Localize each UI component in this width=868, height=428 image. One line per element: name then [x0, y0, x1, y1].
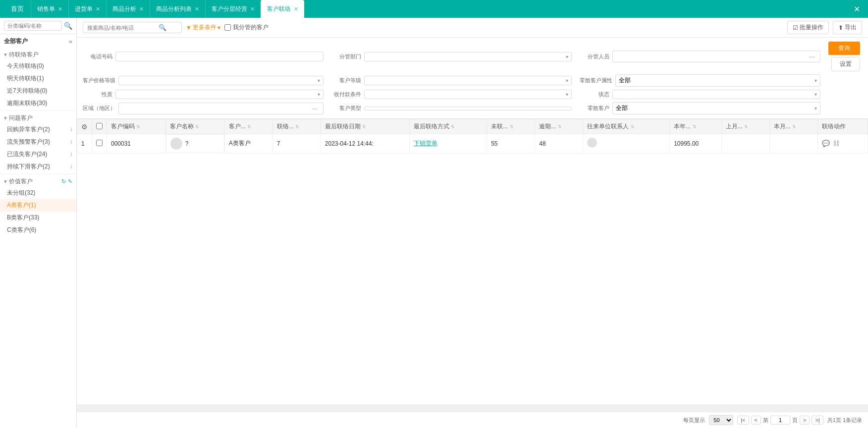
- query-button[interactable]: 查询: [828, 42, 860, 55]
- nav-home[interactable]: 首页: [4, 0, 31, 18]
- status-select[interactable]: ▾: [612, 90, 820, 99]
- prev-page-btn[interactable]: <: [751, 416, 761, 425]
- sort-icon-unit: ⇅: [631, 124, 635, 129]
- th-checkbox[interactable]: [92, 119, 107, 134]
- last-method-link[interactable]: 下销货单: [414, 140, 437, 147]
- retail-customer-filter: 零散客户 全部 ▾: [580, 102, 820, 114]
- th-this-month[interactable]: 本月... ⇅: [769, 119, 817, 134]
- sidebar-item-churn-warning[interactable]: 流失预警客户(3) ℹ: [0, 136, 76, 148]
- last-page-btn[interactable]: >|: [812, 416, 823, 425]
- value-group[interactable]: ▼ 价值客户 ↻ ✎: [0, 175, 76, 187]
- sidebar-item-7days[interactable]: 近7天待联络(0): [0, 85, 76, 97]
- close-tab-analysis[interactable]: ✕: [139, 6, 144, 12]
- dept-filter: 分管部门 ▾: [331, 52, 572, 61]
- nature-select[interactable]: ▾: [115, 90, 324, 99]
- person-ellipsis[interactable]: ···: [807, 53, 817, 60]
- th-name[interactable]: 客户名称 ⇅: [165, 119, 224, 134]
- value-group-refresh[interactable]: ↻: [61, 178, 66, 185]
- td-last-method[interactable]: 下销货单: [409, 134, 487, 154]
- phone-filter: 电话号码: [83, 52, 324, 61]
- table-row: 1 000031 ? A类客户 7 2023-04-12 14:44:: [77, 134, 868, 154]
- sidebar-item-churned[interactable]: 已流失客户(24) ℹ: [0, 148, 76, 160]
- th-last-method[interactable]: 最后联络方式 ⇅: [409, 119, 487, 134]
- retail-attr-select[interactable]: 全部 ▾: [615, 74, 820, 87]
- th-overdue[interactable]: 逾期... ⇅: [535, 119, 583, 134]
- nav-tab-analysis[interactable]: 商品分析 ✕: [106, 0, 150, 18]
- value-group-edit[interactable]: ✎: [68, 178, 72, 185]
- nav-tab-customer-segment[interactable]: 客户分层经营 ✕: [205, 0, 261, 18]
- th-this-year[interactable]: 本年... ⇅: [670, 119, 721, 134]
- row-checkbox[interactable]: [96, 140, 103, 146]
- th-gear[interactable]: ⚙: [77, 119, 92, 134]
- close-tab-customer-contact[interactable]: ✕: [294, 6, 298, 12]
- nav-tab-analysis-list[interactable]: 商品分析列表 ✕: [150, 0, 205, 18]
- sidebar-collapse-icon[interactable]: «: [69, 38, 72, 45]
- th-action: 联络动作: [817, 119, 868, 134]
- sidebar-item-c-class[interactable]: C类客户(6): [0, 224, 76, 236]
- link-icon[interactable]: ⛓: [833, 140, 839, 147]
- area-ellipsis[interactable]: ···: [310, 105, 320, 112]
- page-input[interactable]: [770, 416, 790, 425]
- customer-type-select[interactable]: [364, 107, 572, 110]
- close-tab-customer-segment[interactable]: ✕: [250, 6, 255, 12]
- sidebar-search-input[interactable]: [4, 21, 62, 31]
- price-level-select[interactable]: ▾: [118, 76, 324, 85]
- nature-chevron: ▾: [318, 92, 320, 97]
- sidebar-item-unclassified[interactable]: 未分组(32): [0, 187, 76, 199]
- message-icon[interactable]: 💬: [822, 140, 830, 147]
- sidebar-search-icon[interactable]: 🔍: [64, 22, 72, 30]
- nature-filter: 性质 ▾: [83, 90, 324, 99]
- close-tab-analysis-list[interactable]: ✕: [195, 6, 199, 12]
- th-unit-contact[interactable]: 往来单位联系人 ⇅: [583, 119, 670, 134]
- filter-search-input[interactable]: [87, 25, 157, 31]
- my-customer-filter[interactable]: 我分管的客户: [224, 23, 269, 32]
- sidebar-item-today[interactable]: 今天待联络(0): [0, 60, 76, 72]
- dept-label: 分管部门: [331, 53, 361, 60]
- th-uncontacted[interactable]: 未联... ⇅: [487, 119, 535, 134]
- th-contact[interactable]: 联络... ⇅: [272, 119, 321, 134]
- next-page-btn[interactable]: >: [800, 416, 810, 425]
- sidebar-item-declining[interactable]: 持续下滑客户(2) ℹ: [0, 160, 76, 173]
- nav-tab-purchase[interactable]: 进货单 ✕: [68, 0, 106, 18]
- batch-op-button[interactable]: ☑ 批量操作: [787, 21, 829, 34]
- export-button[interactable]: ⬆ 导出: [833, 21, 862, 34]
- close-tab-purchase[interactable]: ✕: [96, 6, 100, 12]
- th-customer-type[interactable]: 客户... ⇅: [224, 119, 272, 134]
- area-select[interactable]: ···: [118, 103, 324, 114]
- td-checkbox[interactable]: [92, 134, 107, 154]
- sidebar-item-tomorrow[interactable]: 明天待联络(1): [0, 72, 76, 85]
- retail-customer-select[interactable]: 全部 ▾: [612, 102, 820, 114]
- select-all-checkbox[interactable]: [96, 123, 103, 129]
- horizontal-scrollbar[interactable]: [77, 405, 868, 412]
- sidebar-item-overdue[interactable]: 逾期未联络(30): [0, 97, 76, 109]
- nav-tab-customer-contact[interactable]: 客户联络 ✕: [261, 0, 304, 18]
- sidebar-item-b-class[interactable]: B类客户(33): [0, 212, 76, 224]
- gear-icon[interactable]: ⚙: [81, 123, 88, 131]
- filter-more-btn[interactable]: ▼ 更多条件 ▾: [186, 23, 220, 32]
- person-select[interactable]: ···: [612, 51, 820, 62]
- sort-icon-uncontacted: ⇅: [510, 124, 514, 129]
- payment-select[interactable]: ▾: [364, 90, 572, 99]
- sidebar-item-abnormal[interactable]: 回购异常客户(2) ℹ: [0, 123, 76, 136]
- customer-type-filter: 客户类型: [331, 105, 572, 112]
- th-last-date[interactable]: 最后联络日期 ⇅: [321, 119, 409, 134]
- window-close[interactable]: ✕: [850, 4, 864, 14]
- phone-input[interactable]: [115, 52, 324, 61]
- pending-group[interactable]: ▼ 待联络客户: [0, 49, 76, 60]
- nav-tab-sales[interactable]: 销售单 ✕: [31, 0, 68, 18]
- sort-icon-year: ⇅: [693, 124, 697, 129]
- my-customer-checkbox[interactable]: [224, 24, 231, 31]
- th-code[interactable]: 客户编码 ⇅: [107, 119, 166, 134]
- all-customers-header[interactable]: 全部客户 «: [0, 34, 76, 49]
- th-last-month[interactable]: 上月... ⇅: [721, 119, 769, 134]
- dept-select[interactable]: ▾: [364, 52, 572, 61]
- problem-group[interactable]: ▼ 问题客户: [0, 112, 76, 123]
- close-tab-sales[interactable]: ✕: [58, 6, 62, 12]
- per-page-select[interactable]: 50 100 200: [709, 415, 733, 425]
- setting-button[interactable]: 设置: [831, 57, 860, 71]
- sidebar-item-a-class[interactable]: A类客户(1): [0, 199, 76, 212]
- retail-attr-chevron: ▾: [814, 78, 817, 83]
- filter-search-icon[interactable]: 🔍: [159, 24, 166, 31]
- customer-level-select[interactable]: ▾: [364, 76, 572, 85]
- first-page-btn[interactable]: |<: [737, 416, 749, 425]
